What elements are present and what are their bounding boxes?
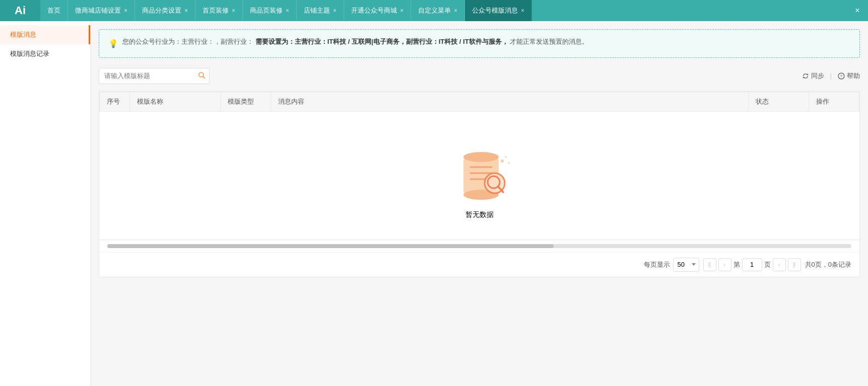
notice-text: 您的公众号行业为：主营行业：，副营行业： 需要设置为：主营行业：IT科技 / 互… [122,37,850,47]
data-table: 序号模版名称模版类型消息内容状态操作 [99,92,859,112]
nav-tab[interactable]: 微商城店铺设置× [68,0,135,21]
table-header-cell: 消息内容 [271,92,749,111]
notice-highlight: 需要设置为：主营行业：IT科技 / 互联网|电子商务，副营行业：IT科技 / I… [255,38,508,45]
nav-tab[interactable]: 商品分类设置× [135,0,195,21]
page-label-after: 页 [764,260,771,269]
notice-text-after: 才能正常发送预置的消息。 [510,38,588,45]
close-tab-icon[interactable]: × [333,7,337,14]
table-header-cell: 模版名称 [130,92,221,111]
notice-icon: 💡 [108,37,118,50]
svg-line-1 [203,76,205,78]
table-header-row: 序号模版名称模版类型消息内容状态操作 [100,92,859,111]
svg-point-15 [505,156,507,158]
top-nav: Ai 首页微商城店铺设置×商品分类设置×首页装修×商品页装修×店铺主题×开通公众… [0,0,868,21]
search-bar: 同步 | ? 帮助 [99,68,860,84]
nav-tab[interactable]: 自定义菜单× [411,0,465,21]
page-label-before: 第 [733,260,740,269]
svg-point-16 [508,162,510,164]
page-size-select[interactable]: 50100200 [673,258,699,272]
scrollbar-wrap [99,240,859,252]
search-button[interactable] [198,71,206,81]
svg-point-6 [463,152,499,162]
total-label: 共0页，0条记录 [805,260,851,269]
empty-icon [449,142,510,202]
last-page-button[interactable]: ⟫ [788,258,801,271]
pagination: 每页显示 50100200 ⟪ ‹ 第 页 › ⟫ 共0页，0条记录 [99,252,859,277]
close-tab-icon[interactable]: × [286,7,289,14]
scrollbar-thumb[interactable] [107,244,554,248]
app-logo: Ai [0,0,40,21]
close-tab-icon[interactable]: × [521,7,524,14]
nav-tab[interactable]: 店铺主题× [297,0,344,21]
search-right: 同步 | ? 帮助 [802,71,860,81]
help-label: 帮助 [847,71,860,81]
close-tab-icon[interactable]: × [124,7,127,14]
sync-label: 同步 [811,71,824,81]
search-input[interactable] [99,68,210,84]
nav-tab[interactable]: 商品页装修× [243,0,297,21]
sidebar-item[interactable]: 模版消息记录 [0,44,90,63]
nav-tab[interactable]: 首页 [40,0,68,21]
horizontal-scrollbar[interactable] [107,244,851,248]
svg-point-14 [501,160,504,163]
page-size-label: 每页显示 [644,260,670,269]
main-layout: 模版消息模版消息记录 💡 您的公众号行业为：主营行业：，副营行业： 需要设置为：… [0,21,868,386]
close-tab-icon[interactable]: × [400,7,404,14]
table-header-cell: 序号 [100,92,130,111]
nav-tabs: 首页微商城店铺设置×商品分类设置×首页装修×商品页装修×店铺主题×开通公众号商城… [40,0,847,21]
page-input[interactable] [742,258,762,271]
sidebar-item[interactable]: 模版消息 [0,25,90,44]
table-header-cell: 操作 [809,92,859,111]
nav-tab[interactable]: 公众号模版消息× [465,0,532,21]
close-all-tabs-button[interactable]: × [847,0,868,21]
first-page-button[interactable]: ⟪ [703,258,716,271]
empty-text: 暂无数据 [465,210,494,219]
search-left [99,68,210,84]
notice-banner: 💡 您的公众号行业为：主营行业：，副营行业： 需要设置为：主营行业：IT科技 /… [99,29,860,58]
sync-button[interactable]: 同步 [802,71,824,81]
nav-tab[interactable]: 首页装修× [195,0,243,21]
divider: | [830,72,832,80]
search-input-wrap [99,68,210,84]
prev-page-button[interactable]: ‹ [718,258,731,271]
close-tab-icon[interactable]: × [232,7,235,14]
table-header-cell: 状态 [749,92,809,111]
page-nav: ⟪ ‹ 第 页 › ⟫ [703,258,801,271]
nav-tab[interactable]: 开通公众号商城× [344,0,411,21]
close-tab-icon[interactable]: × [184,7,188,14]
close-tab-icon[interactable]: × [454,7,457,14]
empty-state: 暂无数据 [99,112,859,240]
notice-text-before: 您的公众号行业为：主营行业：，副营行业： [122,38,253,45]
content-area: 💡 您的公众号行业为：主营行业：，副营行业： 需要设置为：主营行业：IT科技 /… [91,21,868,386]
svg-text:?: ? [840,74,842,79]
table-header-cell: 模版类型 [221,92,271,111]
table-container: 序号模版名称模版类型消息内容状态操作 [99,91,860,277]
next-page-button[interactable]: › [773,258,786,271]
sidebar: 模版消息模版消息记录 [0,21,91,386]
help-button[interactable]: ? 帮助 [838,71,860,81]
page-size-wrap: 每页显示 50100200 [644,258,699,272]
